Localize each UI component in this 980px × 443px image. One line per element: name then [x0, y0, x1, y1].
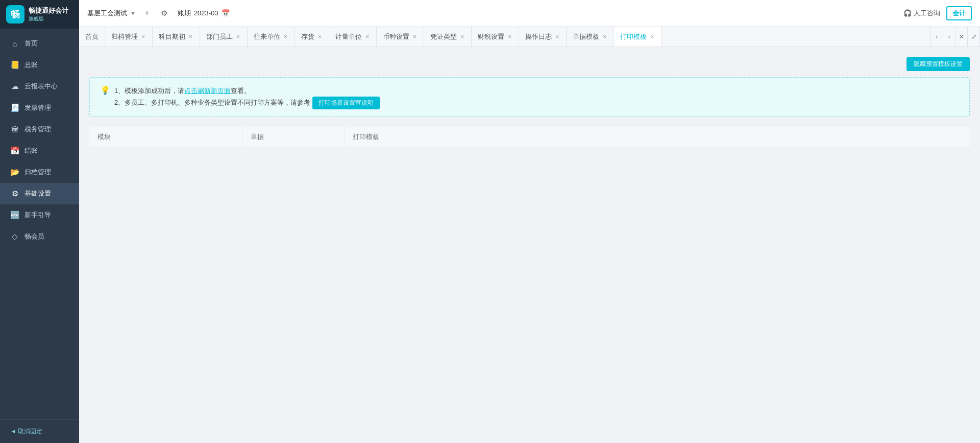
tab-unit[interactable]: 计量单位 ×	[329, 27, 377, 46]
sidebar-item-settings-label: 基础设置	[24, 189, 51, 198]
member-icon: ◇	[10, 232, 19, 241]
logo-sub: 旗舰版	[29, 15, 68, 22]
archive-icon: 📂	[10, 168, 19, 177]
calendar-icon: 📅	[222, 9, 230, 17]
notice-content: 1、模板添加成功后，请点击刷新新页面查看。 2、多员工、多打印机、多种业务类型设…	[114, 85, 959, 109]
sidebar: 畅 畅捷通好会计 旗舰版 ⌂ 首页 📒 总账 ☁ 云报表中心 🧾 发票管理 🏛 …	[0, 0, 79, 443]
tab-oplog-close[interactable]: ×	[554, 33, 560, 40]
tab-customers-close[interactable]: ×	[283, 33, 288, 40]
sidebar-item-close[interactable]: 📅 结账	[0, 140, 79, 161]
print-scene-button[interactable]: 打印场景设置宣说明	[312, 97, 380, 109]
sidebar-item-close-label: 结账	[24, 146, 38, 155]
tab-taxset[interactable]: 财税设置 ×	[472, 27, 519, 46]
tab-dept-close[interactable]: ×	[235, 33, 241, 40]
sidebar-item-tax[interactable]: 🏛 税务管理	[0, 119, 79, 140]
tab-unit-label: 计量单位	[335, 32, 362, 41]
add-tab-button[interactable]: ＋	[141, 7, 153, 19]
tab-subjects-close[interactable]: ×	[188, 33, 193, 40]
sidebar-item-home[interactable]: ⌂ 首页	[0, 33, 79, 54]
tab-taxset-label: 财税设置	[478, 32, 504, 41]
company-selector[interactable]: 基层工会测试 ▼	[87, 9, 136, 18]
reports-icon: ☁	[10, 82, 19, 91]
tabs-scroll-right[interactable]: ›	[943, 27, 955, 47]
invoice-icon: 🧾	[10, 103, 19, 112]
content-topbar: 隐藏预置模板设置	[89, 57, 970, 71]
ledger-icon: 📒	[10, 60, 19, 69]
tab-voucher[interactable]: 凭证类型 ×	[424, 27, 472, 46]
notice-box: 💡 1、模板添加成功后，请点击刷新新页面查看。 2、多员工、多打印机、多种业务类…	[89, 77, 970, 117]
notice-line2-prefix: 2、多员工、多打印机、多种业务类型设置不同打印方案等，请参考	[114, 99, 310, 106]
tabs-expand[interactable]: ⤢	[968, 27, 980, 47]
tab-singledoc-close[interactable]: ×	[602, 33, 607, 40]
close-period-icon: 📅	[10, 146, 19, 155]
tab-home-label: 首页	[85, 32, 99, 41]
sidebar-item-ledger[interactable]: 📒 总账	[0, 54, 79, 76]
company-name: 基层工会测试	[87, 9, 127, 18]
tabs-close-all[interactable]: ✕	[955, 27, 968, 47]
notice-line1: 1、模板添加成功后，请点击刷新新页面查看。	[114, 85, 959, 97]
period-selector[interactable]: 账期 2023-03 📅	[178, 9, 230, 18]
home-icon: ⌂	[10, 39, 19, 48]
sidebar-item-settings[interactable]: ⚙ 基础设置	[0, 183, 79, 204]
col-module: 模块	[89, 127, 242, 147]
tab-currency[interactable]: 币种设置 ×	[377, 27, 424, 46]
settings-gear-button[interactable]: ⚙	[158, 7, 170, 19]
sidebar-item-reports-label: 云报表中心	[24, 82, 58, 91]
tab-archive[interactable]: 归档管理 ×	[105, 27, 153, 46]
tab-inventory-close[interactable]: ×	[317, 33, 323, 40]
sidebar-item-member[interactable]: ◇ 畅会员	[0, 226, 79, 247]
tab-oplog[interactable]: 操作日志 ×	[519, 27, 567, 46]
tab-voucher-close[interactable]: ×	[459, 33, 465, 40]
service-button[interactable]: 🎧 人工咨询	[903, 9, 940, 18]
col-danju: 单据	[242, 127, 345, 147]
col-template: 打印模板	[345, 127, 970, 147]
sidebar-item-guide[interactable]: 🆕 新手引导	[0, 204, 79, 226]
tab-voucher-label: 凭证类型	[430, 32, 457, 41]
period-value: 2023-03	[194, 9, 218, 17]
company-dropdown-icon: ▼	[130, 10, 136, 16]
tab-home[interactable]: 首页	[79, 27, 105, 46]
tab-unit-close[interactable]: ×	[364, 33, 370, 40]
tab-currency-label: 币种设置	[383, 32, 409, 41]
notice-line1-prefix: 1、模板添加成功后，请	[114, 87, 184, 95]
tab-singledoc[interactable]: 单据模板 ×	[567, 27, 614, 46]
tab-subjects[interactable]: 科目期初 ×	[153, 27, 200, 46]
sidebar-nav: ⌂ 首页 📒 总账 ☁ 云报表中心 🧾 发票管理 🏛 税务管理 📅 结账 📂 归…	[0, 29, 79, 419]
hide-preset-button[interactable]: 隐藏预置模板设置	[906, 57, 970, 71]
tab-taxset-close[interactable]: ×	[507, 33, 512, 40]
sidebar-item-reports[interactable]: ☁ 云报表中心	[0, 76, 79, 97]
main-area: 基层工会测试 ▼ ＋ ⚙ 账期 2023-03 📅 🎧 人工咨询 会计 首页 归…	[79, 0, 980, 443]
tab-inventory-label: 存货	[301, 32, 314, 41]
notice-line2: 2、多员工、多打印机、多种业务类型设置不同打印方案等，请参考 打印场景设置宣说明	[114, 97, 959, 109]
tabs-actions: ‹ › ✕ ⤢	[930, 27, 980, 47]
guide-icon: 🆕	[10, 211, 19, 220]
tab-dept[interactable]: 部门员工 ×	[200, 27, 248, 46]
tab-archive-close[interactable]: ×	[140, 33, 146, 40]
settings-icon: ⚙	[10, 189, 19, 198]
tab-archive-label: 归档管理	[111, 32, 138, 41]
unpin-button[interactable]: ◄ 取消固定	[0, 419, 79, 443]
period-label: 账期	[178, 9, 191, 18]
tab-singledoc-label: 单据模板	[573, 32, 599, 41]
notice-line1-suffix: 查看。	[231, 87, 251, 95]
lightbulb-icon: 💡	[100, 85, 110, 95]
sidebar-item-invoice[interactable]: 🧾 发票管理	[0, 97, 79, 119]
tab-customers[interactable]: 往来单位 ×	[248, 27, 295, 46]
tab-inventory[interactable]: 存货 ×	[295, 27, 329, 46]
tabs-scroll-left[interactable]: ‹	[931, 27, 943, 47]
topbar-right: 🎧 人工咨询 会计	[903, 6, 972, 20]
logo: 畅 畅捷通好会计 旗舰版	[0, 0, 79, 29]
tab-printtemplate[interactable]: 打印模板 ×	[614, 27, 662, 46]
tab-subjects-label: 科目期初	[159, 32, 185, 41]
kuaiji-button[interactable]: 会计	[946, 6, 972, 20]
sidebar-item-archive[interactable]: 📂 归档管理	[0, 161, 79, 183]
notice-row: 💡 1、模板添加成功后，请点击刷新新页面查看。 2、多员工、多打印机、多种业务类…	[100, 85, 959, 109]
print-template-table: 模块 单据 打印模板	[89, 127, 970, 147]
refresh-link[interactable]: 点击刷新新页面	[184, 87, 231, 95]
tab-printtemplate-label: 打印模板	[620, 32, 647, 41]
logo-text: 畅捷通好会计 旗舰版	[29, 6, 68, 22]
tab-customers-label: 往来单位	[254, 32, 280, 41]
tab-printtemplate-close[interactable]: ×	[649, 33, 655, 40]
sidebar-item-archive-label: 归档管理	[24, 168, 51, 177]
tab-currency-close[interactable]: ×	[412, 33, 418, 40]
